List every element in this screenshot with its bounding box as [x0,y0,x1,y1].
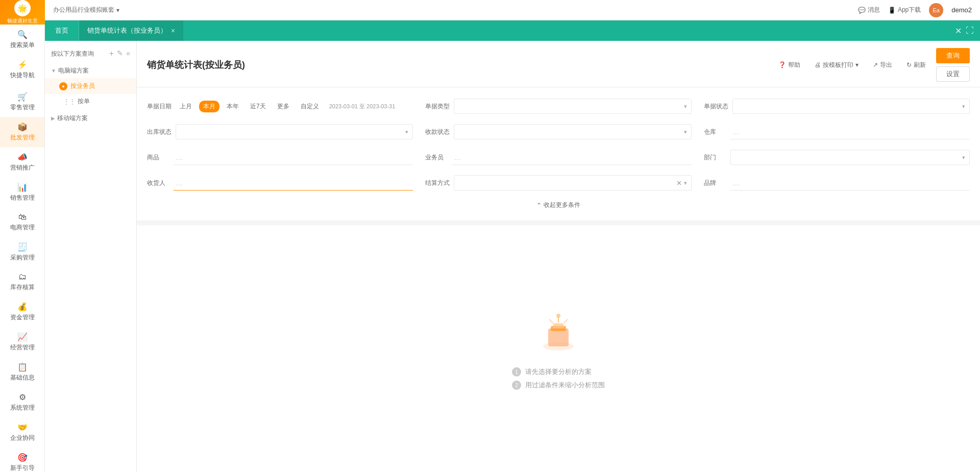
collapse-panel-btn[interactable]: « [126,49,130,58]
salesperson-scheme-icon: ● [59,82,67,90]
scheme-item-order[interactable]: ⋮⋮ 按单 [45,94,136,109]
app-logo[interactable]: 🌟 畅捷通好生意 [0,0,45,25]
empty-state: 1 请先选择要分析的方案 2 用过滤条件来缩小分析范围 [137,225,980,472]
sidebar-item-label: 批发管理 [10,133,35,142]
system-icon: ⚙ [19,392,26,402]
settle-clear-btn[interactable]: ✕ [676,179,682,187]
sidebar-item-search[interactable]: 🔍 搜索菜单 [0,25,44,55]
tab-close-window[interactable]: ✕ [955,26,962,36]
export-btn[interactable]: ↗ 导出 [869,59,896,72]
refresh-btn[interactable]: ↻ 刷新 [902,59,930,72]
sidebar-item-basic[interactable]: 📋 基础信息 [0,357,44,387]
warehouse-input[interactable]: … [730,124,970,139]
settle-arrow: ▾ [684,180,687,186]
message-btn[interactable]: 💬 消息 [858,6,880,14]
sidebar-item-ecommerce[interactable]: 🛍 电商管理 [0,207,44,237]
sidebar-item-system[interactable]: ⚙ 系统管理 [0,387,44,417]
sidebar-item-label: 资金管理 [10,313,35,322]
operations-icon: 📈 [17,332,28,342]
dept-select[interactable]: ▾ [730,150,970,165]
brand-dots[interactable]: … [732,179,740,187]
sidebar-item-label: 新手引导 [10,464,35,472]
date-label: 单据日期 [147,102,172,111]
date-this-month[interactable]: 本月 [199,101,219,112]
edit-scheme-btn[interactable]: ✎ [117,49,123,58]
sidebar-item-sales[interactable]: 📊 销售管理 [0,177,44,207]
filter-brand-cell: 品牌 … [704,175,970,191]
filter-warehouse-cell: 仓库 … [704,124,970,139]
settle-select[interactable]: ✕ ▾ [454,175,691,191]
tabbar-right: ✕ ⛶ [955,26,980,36]
filter-date-cell: 单据日期 上月 本月 本年 近7天 更多 自定义 2023-03-01 至 20… [147,99,413,114]
outstatus-select[interactable]: ▾ [176,124,413,139]
date-this-year[interactable]: 本年 [223,101,243,112]
docstatus-select[interactable]: ▾ [732,99,970,114]
tab-home[interactable]: 首页 [45,20,79,41]
salesperson-label: 业务员 [425,153,448,162]
svg-point-5 [556,314,560,318]
filter-row-2: 出库状态 ▾ 收款状态 ▾ 仓库 [147,119,970,145]
topbar: 办公用品行业模拟账套 ▾ 💬 消息 📱 App下载 Ea demo2 [45,0,980,20]
date-range: 2023-03-01 至 2023-03-31 [329,103,396,110]
collectstatus-select[interactable]: ▾ [454,124,691,139]
warehouse-dots[interactable]: … [732,128,740,136]
date-last-month[interactable]: 上月 [176,101,196,112]
salesperson-input[interactable]: … [452,150,691,165]
scheme-item-salesperson[interactable]: ● 按业务员 [45,78,136,94]
sidebar-item-quicknav[interactable]: ⚡ 快捷导航 [0,55,44,85]
message-icon: 💬 [858,7,866,14]
recipient-dots[interactable]: … [176,179,183,187]
collectstatus-arrow: ▾ [684,129,687,135]
sidebar-item-operations[interactable]: 📈 经营管理 [0,327,44,357]
help-icon: ❓ [778,61,786,68]
filter-recipient-cell: 收货人 … [147,175,413,191]
sidebar-item-collab[interactable]: 🤝 企业协同 [0,417,44,447]
tab-active[interactable]: 销货单统计表（按业务员） × [79,20,183,41]
sidebar-item-retail[interactable]: 🛒 零售管理 [0,87,44,117]
add-scheme-btn[interactable]: + [109,49,114,58]
tip-2-text: 用过滤条件来缩小分析范围 [525,381,605,390]
sidebar-item-purchase[interactable]: 🧾 采购管理 [0,237,44,267]
sidebar: 🌟 畅捷通好生意 🔍 搜索菜单 ⚡ 快捷导航 🛒 零售管理 📦 批发管理 📣 营… [0,0,45,472]
print-btn[interactable]: 🖨 按模板打印 ▾ [811,59,863,72]
tab-expand-btn[interactable]: ⛶ [966,26,974,35]
workspace-selector[interactable]: 办公用品行业模拟账套 ▾ [53,6,119,14]
date-7days[interactable]: 近7天 [246,101,270,112]
tab-active-label: 销货单统计表（按业务员） [87,26,167,35]
username[interactable]: demo2 [951,6,972,14]
mobile-arrow: ▶ [51,115,55,121]
section-arrow: ▼ [51,68,56,74]
sidebar-item-label: 零售管理 [10,103,35,112]
tab-close-btn[interactable]: × [171,27,175,35]
svg-line-6 [549,319,553,323]
sidebar-item-marketing[interactable]: 📣 营销推广 [0,147,44,177]
app-download-btn[interactable]: 📱 App下载 [888,6,921,14]
product-dots[interactable]: … [176,153,183,161]
sidebar-item-finance[interactable]: 💰 资金管理 [0,297,44,327]
sidebar-item-inventory[interactable]: 🗂 库存核算 [0,267,44,297]
salesperson-dots[interactable]: … [454,153,461,161]
date-more[interactable]: 更多 [273,101,293,112]
sidebar-item-guide[interactable]: 🎯 新手引导 [0,447,44,472]
avatar[interactable]: Ea [929,3,943,17]
doctype-select[interactable]: ▾ [454,99,691,114]
collapse-btn[interactable]: ⌃ 收起更多条件 [530,198,586,213]
filter-salesperson-cell: 业务员 … [425,150,691,165]
query-btn[interactable]: 查询 [936,48,970,63]
date-custom[interactable]: 自定义 [297,101,323,112]
mobile-section: ▶ 移动端方案 [45,110,136,127]
pc-section-header[interactable]: ▼ 电脑端方案 [45,63,136,78]
export-label: 导出 [880,61,892,69]
settings-btn[interactable]: 设置 [936,66,970,82]
product-input[interactable]: … [174,150,413,165]
brand-input[interactable]: … [730,175,970,191]
quicknav-icon: ⚡ [17,60,28,69]
recipient-input[interactable]: … [174,175,413,191]
tip-num-1: 1 [512,367,521,376]
main-area: 办公用品行业模拟账套 ▾ 💬 消息 📱 App下载 Ea demo2 首页 销货… [45,0,980,472]
sidebar-item-wholesale[interactable]: 📦 批发管理 [0,117,44,147]
sales-icon: 📊 [17,182,28,192]
mobile-section-header[interactable]: ▶ 移动端方案 [45,111,136,126]
help-btn[interactable]: ❓ 帮助 [774,59,804,72]
right-content: 销货单统计表(按业务员) ❓ 帮助 🖨 按模板打印 ▾ ↗ 导出 [137,41,980,472]
